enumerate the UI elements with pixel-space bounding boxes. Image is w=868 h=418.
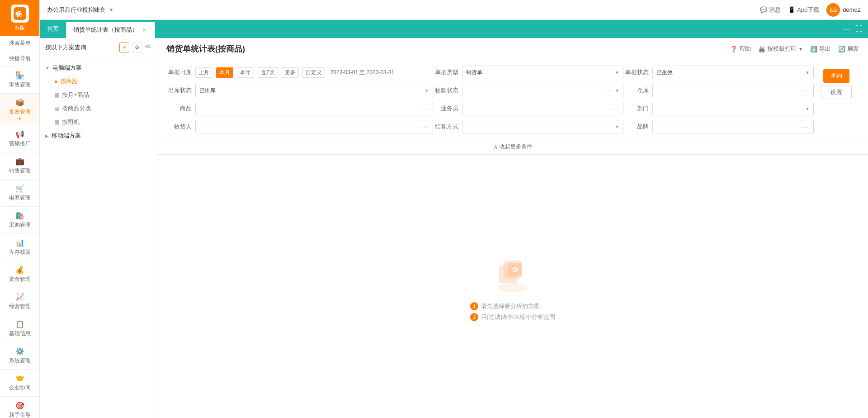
sidebar-item-retail[interactable]: 🏪 零售管理 — [0, 66, 39, 94]
plan-item-by-cashier[interactable]: ▦ 按司机 — [40, 115, 157, 129]
doctype-arrow-icon: ▼ — [615, 70, 619, 75]
filter-collapse-btn[interactable]: ≪ — [145, 43, 151, 52]
sidebar-item-basic[interactable]: 📋 基础信息 — [0, 315, 39, 342]
industry-name: 办公用品行业模拟账套 — [47, 6, 106, 14]
date-btn-custom[interactable]: 自定义 — [302, 67, 325, 78]
print-template-btn[interactable]: 🖨️ 按模板打印 ▼ — [758, 45, 803, 53]
filter-row-1: 单据日期 上月 本月 本年 近7天 更多 自定义 2023-03-01 至 20… — [166, 66, 814, 79]
tab-close-icon[interactable]: × — [141, 26, 148, 33]
filter-field-outstatus: 出库状态 已出库 ▼ — [166, 84, 433, 97]
tab-home[interactable]: 首页 — [40, 20, 66, 38]
newguide-icon: 🎯 — [15, 401, 24, 410]
warehouse-dots: ··· — [802, 87, 810, 94]
recvstatus-control[interactable]: ··· ▼ — [462, 84, 623, 97]
plan-section: ▼ 电脑端方案 ● 按商品 ▦ 按月+商品 ▦ 按商品分类 — [40, 57, 157, 146]
sidebar-item-wholesale[interactable]: 📦 批发管理 ▲ — [0, 94, 39, 125]
product-dots: ··· — [421, 105, 429, 112]
refresh-label: 刷新 — [847, 45, 859, 53]
filter-panel-actions: + ⚙ ≪ — [119, 43, 151, 52]
sidebar-item-inventory-label: 库存核算 — [9, 248, 31, 256]
filter-field-warehouse: 仓库 ··· — [623, 84, 814, 97]
date-btn-7days[interactable]: 近7天 — [258, 67, 278, 78]
brand-dots: ··· — [802, 123, 810, 130]
topbar: 办公用品行业模拟账套 ▼ 💬 消息 📱 App下载 Ea demo2 — [40, 0, 868, 20]
refresh-btn[interactable]: 🔄 刷新 — [838, 45, 859, 53]
department-control[interactable]: ▼ — [652, 102, 814, 115]
sidebar-item-marketing-label: 营销推广 — [9, 140, 31, 147]
print-icon: 🖨️ — [758, 46, 765, 52]
date-btn-more[interactable]: 更多 — [282, 67, 299, 78]
settings-button[interactable]: 设置 — [821, 86, 852, 99]
collapse-up-icon: ∧ — [494, 144, 498, 150]
basic-icon: 📋 — [15, 320, 24, 328]
message-btn[interactable]: 💬 消息 — [760, 6, 781, 14]
filter-panel-title: 按以下方案查询 — [45, 43, 117, 52]
sidebar-item-basic-label: 基础信息 — [9, 330, 31, 337]
sidebar-item-marketing[interactable]: 📢 营销推广 — [0, 125, 39, 152]
filter-field-department: 部门 ▼ — [623, 102, 814, 115]
industry-selector[interactable]: 办公用品行业模拟账套 ▼ — [47, 6, 114, 14]
plan-group-desktop-header[interactable]: ▼ 电脑端方案 — [40, 61, 157, 75]
salesperson-control[interactable]: ··· — [462, 102, 623, 115]
tab-minimize-btn[interactable]: — — [843, 25, 850, 33]
sidebar-item-operation[interactable]: 📈 经营管理 — [0, 288, 39, 315]
industry-arrow-icon: ▼ — [108, 7, 114, 13]
sidebar-item-finance[interactable]: 💰 资金管理 — [0, 261, 39, 288]
sidebar: 畅 标版 搜索菜单 快捷导航 🏪 零售管理 📦 批发管理 ▲ 📢 营销推广 💼 … — [0, 0, 40, 418]
tab-maximize-btn[interactable]: ⛶ — [855, 25, 863, 33]
inventory-icon: 📊 — [15, 238, 24, 247]
plan-group-mobile-arrow: ▶ — [45, 133, 49, 138]
sidebar-item-purchase[interactable]: 🛍️ 采购管理 — [0, 207, 39, 234]
filter-add-btn[interactable]: + — [119, 43, 129, 52]
tab-active-label: 销货单统计表（按商品） — [73, 26, 138, 34]
quick-nav[interactable]: 快捷导航 — [0, 51, 39, 66]
receiver-control[interactable]: ··· — [195, 120, 433, 133]
tab-active[interactable]: 销货单统计表（按商品） × — [66, 22, 155, 38]
plan-item-by-product[interactable]: ● 按商品 — [40, 75, 157, 88]
plan-item-by-month-product[interactable]: ▦ 按月+商品 — [40, 88, 157, 102]
department-label: 部门 — [623, 104, 652, 113]
empty-tips: 1 请先选择要分析的方案 2 用[过滤]条件来缩小分析范围 — [470, 302, 555, 321]
plan-item-by-category[interactable]: ▦ 按商品分类 — [40, 102, 157, 115]
help-btn[interactable]: ❓ 帮助 — [730, 45, 751, 53]
sidebar-item-ecommerce-label: 电商管理 — [9, 194, 31, 202]
app-download-btn[interactable]: 📱 App下载 — [788, 6, 819, 14]
app-download-icon: 📱 — [788, 6, 795, 13]
sidebar-item-newguide-label: 新手引导 — [9, 411, 31, 418]
outstatus-control[interactable]: 已出库 ▼ — [195, 84, 433, 97]
product-label: 商品 — [166, 104, 195, 113]
date-btn-last-month[interactable]: 上月 — [195, 67, 212, 78]
collapse-bar[interactable]: ∧ 收起更多条件 — [157, 139, 868, 155]
sidebar-item-newguide[interactable]: 🎯 新手引导 — [0, 397, 39, 418]
sidebar-item-purchase-label: 采购管理 — [9, 221, 31, 229]
sidebar-item-system[interactable]: ⚙️ 系统管理 — [0, 342, 39, 370]
filter-form: 单据日期 上月 本月 本年 近7天 更多 自定义 2023-03-01 至 20… — [157, 60, 868, 139]
help-label: 帮助 — [739, 45, 751, 53]
query-button[interactable]: 查询 — [823, 69, 849, 83]
plan-item-by-product-icon: ● — [54, 78, 57, 85]
receiver-label: 收货人 — [166, 123, 195, 131]
date-btn-this-month[interactable]: 本月 — [216, 67, 233, 78]
user-area[interactable]: Ea demo2 — [826, 3, 861, 17]
warehouse-control[interactable]: ··· — [652, 84, 814, 97]
filter-settings-btn[interactable]: ⚙ — [132, 43, 142, 52]
sidebar-item-inventory[interactable]: 📊 库存核算 — [0, 234, 39, 261]
plan-item-by-cashier-icon: ▦ — [54, 119, 59, 125]
sidebar-item-ecommerce[interactable]: 🛒 电商管理 — [0, 180, 39, 207]
docstatus-control[interactable]: 已生效 ▼ — [652, 66, 814, 79]
search-menu[interactable]: 搜索菜单 — [0, 36, 39, 51]
sidebar-item-enterprise[interactable]: 🤝 企业协同 — [0, 370, 39, 397]
sidebar-logo[interactable]: 畅 标版 — [0, 0, 39, 36]
settlement-control[interactable]: ▼ — [462, 120, 623, 133]
doctype-control[interactable]: 销货单 ▼ — [462, 66, 623, 79]
plan-group-desktop-arrow: ▼ — [45, 66, 50, 71]
plan-group-mobile-header[interactable]: ▶ 移动端方案 — [40, 129, 157, 142]
avatar-text: Ea — [830, 6, 837, 13]
date-btn-this-year[interactable]: 本年 — [237, 67, 254, 78]
sidebar-item-sales[interactable]: 💼 销售管理 — [0, 152, 39, 180]
export-btn[interactable]: ⬇️ 导出 — [810, 45, 831, 53]
brand-control[interactable]: ··· — [652, 120, 814, 133]
plan-item-by-product-label: 按商品 — [60, 77, 78, 86]
tip2-num: 2 — [470, 313, 478, 321]
product-control[interactable]: ··· — [195, 102, 433, 115]
